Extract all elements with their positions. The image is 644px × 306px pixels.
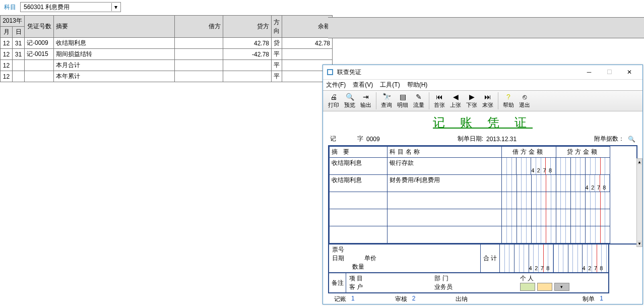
ledger-table: 2013年 凭证号数 摘要 借方 贷方 方向 余额 月 日 1231记-0009… xyxy=(0,15,333,82)
col-debit: 借方 xyxy=(175,16,223,38)
flow-icon: ✎ xyxy=(415,93,423,101)
flow-button[interactable]: ✎流量 xyxy=(411,91,426,110)
col-balance: 余额 xyxy=(282,16,333,38)
col-voucher-no: 凭证号数 xyxy=(25,16,54,38)
minimize-button[interactable]: ─ xyxy=(579,67,599,78)
ledger-row[interactable]: 1231记-0009收结期利息42.78贷42.78 xyxy=(1,38,333,49)
scroll-up-icon[interactable]: ▲ xyxy=(637,159,642,165)
voucher-footer: 记账1 审核2 出纳 制单1 xyxy=(328,293,609,305)
project-label: 项 目 xyxy=(349,274,434,283)
first-icon: ⏮ xyxy=(435,93,443,101)
binoculars-icon: 🔭 xyxy=(382,93,391,101)
voucher-grid: 摘 要 科目名称 借方金额 贷方金额 收结期利息银行存款4278收结期利息财务费… xyxy=(328,145,637,244)
query-button[interactable]: 🔭查询 xyxy=(379,91,394,110)
grid-col-subject: 科目名称 xyxy=(388,147,502,158)
person-label: 个 人 xyxy=(520,274,605,283)
date-value: 2013.12.31 xyxy=(486,136,517,143)
export-icon: ⇥ xyxy=(362,93,370,101)
toolbar-separator xyxy=(376,92,376,109)
menu-help[interactable]: 帮助(H) xyxy=(407,81,428,89)
attach-label: 附单据数： xyxy=(594,135,624,143)
foot-audit-label: 审核 xyxy=(395,295,407,303)
ledger-row[interactable]: 12本月合计平 xyxy=(1,60,333,71)
next-button[interactable]: ▶下张 xyxy=(464,91,479,110)
detail-button[interactable]: ▤明细 xyxy=(395,91,410,110)
prev-icon: ◀ xyxy=(452,93,460,101)
preview-button[interactable]: 🔍预览 xyxy=(342,91,357,110)
preview-icon: 🔍 xyxy=(346,93,354,101)
exit-icon: ⎋ xyxy=(521,93,529,101)
col-direction: 方向 xyxy=(272,16,282,38)
foot-book-label: 记账 xyxy=(334,295,346,303)
subject-value: 560301 利息费用 xyxy=(24,3,70,12)
voucher-scrollbar[interactable]: ▲ ▼ xyxy=(636,158,642,247)
help-icon: ? xyxy=(504,93,512,101)
voucher-line[interactable] xyxy=(330,226,610,243)
col-day: 日 xyxy=(13,27,25,38)
voucher-line[interactable] xyxy=(330,192,610,209)
subject-select[interactable]: 560301 利息费用 ▾ xyxy=(20,2,121,12)
menu-file[interactable]: 文件(F) xyxy=(326,81,346,89)
voucher-no: 0009 xyxy=(366,136,380,143)
close-button[interactable]: ✕ xyxy=(619,67,639,78)
stamp-button-1[interactable] xyxy=(520,283,535,291)
next-icon: ▶ xyxy=(468,93,476,101)
help-button[interactable]: ?帮助 xyxy=(501,91,516,110)
foot-maker-label: 制单 xyxy=(583,295,595,303)
col-summary: 摘要 xyxy=(54,16,175,38)
magnifier-icon[interactable]: 🔍 xyxy=(627,135,635,143)
export-button[interactable]: ⇥输出 xyxy=(358,91,373,110)
col-year: 2013年 xyxy=(1,16,25,27)
foot-maker-no: 1 xyxy=(600,295,603,303)
header-filler xyxy=(328,17,644,38)
voucher-doc-title: 记 账 凭 证 xyxy=(328,114,637,131)
voucher-type-label: 记 xyxy=(330,135,336,143)
foot-audit-no: 2 xyxy=(412,295,416,303)
grid-col-debit: 借方金额 xyxy=(502,147,556,158)
scroll-down-icon[interactable]: ▼ xyxy=(637,240,642,247)
exit-button[interactable]: ⎋退出 xyxy=(517,91,532,110)
printer-icon: 🖨 xyxy=(330,93,338,101)
stamp-button-2[interactable] xyxy=(537,283,552,291)
toolbar-separator xyxy=(498,92,498,109)
price-label: 单价 xyxy=(364,254,376,263)
qty-label: 数量 xyxy=(352,263,364,271)
voucher-line[interactable]: 收结期利息财务费用/利息费用4278 xyxy=(330,175,610,192)
ledger-row[interactable]: 12本年累计平 xyxy=(1,71,333,82)
stamp-button-3[interactable]: ▾ xyxy=(554,283,569,291)
maximize-button[interactable]: ☐ xyxy=(599,67,619,78)
foot-book-no: 1 xyxy=(351,295,355,303)
voucher-remark: 备注 项 目 部 门 个 人 客 户 业务员 ▾ xyxy=(328,273,609,293)
voucher-word-label: 字 xyxy=(357,135,363,143)
ticket-label: 票号 xyxy=(332,246,344,254)
detail-icon: ▤ xyxy=(399,93,407,101)
voucher-titlebar[interactable]: 联查凭证 ─ ☐ ✕ xyxy=(323,65,642,79)
print-button[interactable]: 🖨打印 xyxy=(326,91,341,110)
first-button[interactable]: ⏮首张 xyxy=(432,91,447,110)
subject-label: 科目 xyxy=(4,3,16,12)
voucher-menubar: 文件(F) 查看(V) 工具(T) 帮助(H) xyxy=(323,79,642,90)
grid-col-summary: 摘 要 xyxy=(330,147,388,158)
menu-view[interactable]: 查看(V) xyxy=(353,81,373,89)
toolbar-separator xyxy=(429,92,429,109)
menu-tool[interactable]: 工具(T) xyxy=(380,81,400,89)
prev-button[interactable]: ◀上张 xyxy=(448,91,463,110)
customer-label: 客 户 xyxy=(349,283,434,291)
col-credit: 贷方 xyxy=(223,16,272,38)
svg-rect-1 xyxy=(328,70,332,74)
app-icon xyxy=(326,68,334,76)
grid-col-credit: 贷方金额 xyxy=(556,147,610,158)
info-date-label: 日期 xyxy=(332,254,344,263)
last-icon: ⏭ xyxy=(484,93,492,101)
date-label: 制单日期: xyxy=(458,135,483,143)
voucher-line[interactable] xyxy=(330,209,610,226)
remark-label: 备注 xyxy=(329,273,346,292)
last-button[interactable]: ⏭末张 xyxy=(480,91,495,110)
total-label: 合 计 xyxy=(481,244,500,272)
ledger-row[interactable]: 1231记-0015期间损益结转-42.78平 xyxy=(1,49,333,60)
dropdown-caret-icon: ▾ xyxy=(111,3,119,11)
sales-label: 业务员 xyxy=(434,283,520,291)
voucher-info: 票号 日期单价 数量 合 计 4278 4278 xyxy=(328,244,609,273)
voucher-window: 联查凭证 ─ ☐ ✕ 文件(F) 查看(V) 工具(T) 帮助(H) 🖨打印 🔍… xyxy=(323,65,643,304)
voucher-line[interactable]: 收结期利息银行存款4278 xyxy=(330,158,610,175)
